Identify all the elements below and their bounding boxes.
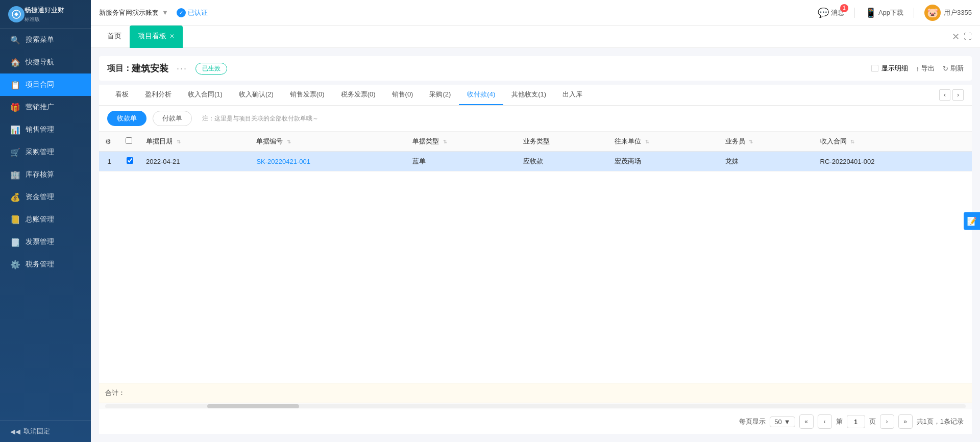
sidebar-item-contract[interactable]: 📋 项目合同 xyxy=(0,73,91,96)
sidebar-item-marketing[interactable]: 🎁 营销推广 xyxy=(0,96,91,118)
sub-tabs: 收款单 付款单 注：这里是与项目关联的全部收付款单哦～ xyxy=(99,106,972,132)
nav-tab-warehouse[interactable]: 出入库 xyxy=(554,85,591,105)
building-icon: 🏢 xyxy=(10,169,20,180)
prev-page-button[interactable]: ‹ xyxy=(818,414,832,429)
last-page-button[interactable]: » xyxy=(898,414,913,429)
total-row: 合计： xyxy=(99,383,972,403)
sidebar-item-tax[interactable]: ⚙️ 税务管理 xyxy=(0,253,91,276)
home-icon: 🏠 xyxy=(10,57,20,67)
nav-tab-kanban[interactable]: 看板 xyxy=(107,85,137,105)
horizontal-scrollbar[interactable] xyxy=(105,404,966,408)
export-button[interactable]: ↑ 导出 xyxy=(916,64,935,73)
sub-tab-note: 注：这里是与项目关联的全部收付款单哦～ xyxy=(202,114,318,123)
scrollbar-row xyxy=(99,403,972,409)
chevron-down-icon: ▼ xyxy=(784,418,791,426)
ledger-icon: 📒 xyxy=(10,214,20,225)
sub-tab-payment[interactable]: 付款单 xyxy=(153,111,192,126)
table-row[interactable]: 1 2022-04-21 SK-20220421-001 蓝单 应收款 宏茂商场… xyxy=(99,152,972,171)
sub-tab-receipt[interactable]: 收款单 xyxy=(107,111,146,126)
sidebar-item-search[interactable]: 🔍 搜索菜单 xyxy=(0,29,91,51)
page-size-select[interactable]: 50 ▼ xyxy=(770,416,795,427)
sidebar-item-nav[interactable]: 🏠 快捷导航 xyxy=(0,51,91,73)
nav-tab-other-income[interactable]: 其他收支(1) xyxy=(503,85,554,105)
col-number-header[interactable]: 单据编号 ⇅ xyxy=(250,132,406,152)
show-detail-checkbox[interactable] xyxy=(871,65,878,72)
gift-icon: 🎁 xyxy=(10,102,20,112)
tab-home[interactable]: 首页 xyxy=(99,26,130,48)
search-icon: 🔍 xyxy=(10,35,20,45)
account-selector[interactable]: 新服务官网演示账套 ▼ xyxy=(99,8,168,17)
sidebar-item-label: 资金管理 xyxy=(26,192,54,202)
col-gear-header[interactable]: ⚙ xyxy=(99,132,119,152)
row-biz-type: 应收款 xyxy=(517,152,609,171)
app-download-button[interactable]: 📱 App下载 xyxy=(865,7,903,18)
sort-icon: ⇅ xyxy=(645,139,649,144)
scrollbar-thumb[interactable] xyxy=(207,404,299,408)
nav-next-arrow[interactable]: › xyxy=(952,89,964,101)
nav-prev-arrow[interactable]: ‹ xyxy=(939,89,950,101)
refresh-button[interactable]: ↻ 刷新 xyxy=(943,64,964,73)
tab-project-board[interactable]: 项目看板 ✕ xyxy=(130,26,183,48)
nav-tab-sales[interactable]: 销售(0) xyxy=(384,85,422,105)
page-number-input[interactable] xyxy=(847,415,865,428)
app-logo-icon xyxy=(8,6,24,22)
project-more-button[interactable]: ··· xyxy=(177,63,187,74)
col-date-header[interactable]: 单据日期 ⇅ xyxy=(140,132,250,152)
message-badge: 1 xyxy=(840,4,848,12)
project-status-badge: 已生效 xyxy=(195,63,227,75)
message-icon: 💬 xyxy=(818,7,829,18)
sort-icon: ⇅ xyxy=(177,139,181,144)
nav-tab-arrows: ‹ › xyxy=(939,89,964,101)
tab-actions: ✕ ⛶ xyxy=(952,31,972,42)
contract-icon: 📋 xyxy=(10,80,20,90)
col-income-contract-header[interactable]: 收入合同 ⇅ xyxy=(814,132,972,152)
data-table: ⚙ 单据日期 ⇅ 单据编号 ⇅ xyxy=(99,132,972,171)
sidebar-logo: 畅捷通好业财 标准版 xyxy=(0,0,91,29)
col-salesperson-header[interactable]: 业务员 ⇅ xyxy=(719,132,814,152)
sort-icon: ⇅ xyxy=(443,139,447,144)
sidebar-item-ledger[interactable]: 📒 总账管理 xyxy=(0,208,91,231)
tab-bar: 首页 项目看板 ✕ ✕ ⛶ xyxy=(91,26,980,48)
refresh-icon: ↻ xyxy=(943,65,948,72)
first-page-button[interactable]: « xyxy=(799,414,814,429)
sidebar-item-label: 采购管理 xyxy=(26,148,54,157)
nav-tab-sales-invoice[interactable]: 销售发票(0) xyxy=(282,85,333,105)
sort-icon: ⇅ xyxy=(850,139,854,144)
money-icon: 💰 xyxy=(10,192,20,202)
col-checkbox-header[interactable] xyxy=(119,132,140,152)
col-type-header[interactable]: 单据类型 ⇅ xyxy=(406,132,517,152)
maximize-window-button[interactable]: ⛶ xyxy=(964,32,972,41)
select-all-checkbox[interactable] xyxy=(126,137,132,144)
chevron-down-icon: ▼ xyxy=(162,9,168,16)
show-detail-toggle[interactable]: 显示明细 xyxy=(871,64,908,73)
sidebar-item-inventory[interactable]: 🏢 库存核算 xyxy=(0,163,91,186)
row-checkbox-cell[interactable] xyxy=(119,152,140,171)
sidebar-item-purchase[interactable]: 🛒 采购管理 xyxy=(0,141,91,163)
user-menu[interactable]: 🐷 用户3355 xyxy=(924,5,972,21)
nav-tab-receipt[interactable]: 收付款(4) xyxy=(459,85,503,105)
tab-close-icon[interactable]: ✕ xyxy=(169,33,175,40)
nav-tab-income-confirm[interactable]: 收入确认(2) xyxy=(231,85,282,105)
table-container: ⚙ 单据日期 ⇅ 单据编号 ⇅ xyxy=(99,132,972,383)
sidebar-item-sales[interactable]: 📊 销售管理 xyxy=(0,118,91,141)
right-float-button[interactable]: 📝 xyxy=(964,212,980,230)
page-size-label: 每页显示 xyxy=(739,417,766,426)
nav-tab-profit[interactable]: 盈利分析 xyxy=(137,85,180,105)
col-partner-header[interactable]: 往来单位 ⇅ xyxy=(608,132,719,152)
close-window-button[interactable]: ✕ xyxy=(952,31,960,42)
row-number[interactable]: SK-20220421-001 xyxy=(250,152,406,171)
nav-tab-purchase[interactable]: 采购(2) xyxy=(421,85,459,105)
next-page-button[interactable]: › xyxy=(880,414,894,429)
nav-tab-income-contract[interactable]: 收入合同(1) xyxy=(180,85,231,105)
cart-icon: 🛒 xyxy=(10,147,20,157)
row-checkbox[interactable] xyxy=(127,157,133,164)
sidebar-item-invoice[interactable]: 🗒️ 发票管理 xyxy=(0,231,91,253)
total-info: 共1页，1条记录 xyxy=(917,417,964,426)
message-button[interactable]: 💬 消息 1 xyxy=(818,7,844,18)
sidebar-item-label: 快捷导航 xyxy=(26,58,54,67)
gear-icon[interactable]: ⚙ xyxy=(105,138,111,145)
sidebar-item-capital[interactable]: 💰 资金管理 xyxy=(0,186,91,208)
nav-tab-tax-invoice[interactable]: 税务发票(0) xyxy=(333,85,384,105)
header-right: 💬 消息 1 📱 App下载 🐷 用户3355 xyxy=(818,5,972,21)
cancel-pin-button[interactable]: ◀◀ 取消固定 xyxy=(0,420,91,442)
